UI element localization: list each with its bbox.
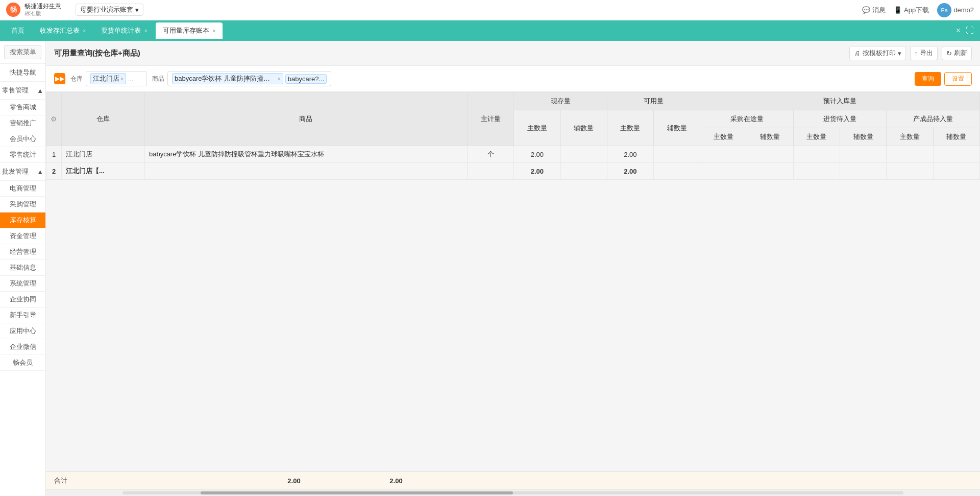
close-tab-order[interactable]: × (144, 28, 147, 34)
remove-warehouse-tag-btn[interactable]: × (120, 76, 124, 82)
query-btn[interactable]: 查询 (915, 72, 941, 86)
planned-inbound-col-header: 预计入库量 (700, 92, 980, 110)
table-settings-icon[interactable]: ⚙ (51, 115, 57, 123)
row-current-main-2: 2.00 (514, 163, 560, 180)
refresh-icon: ↻ (946, 50, 952, 57)
main-layout: 搜索菜单 快捷导航 零售管理 ▲ 零售商城 营销推广 会员中心 零售统计 批发管… (0, 41, 980, 496)
inbound-main-col: 主数量 (793, 128, 840, 146)
settings-btn[interactable]: 设置 (944, 72, 972, 86)
settings-col-header[interactable]: ⚙ (46, 92, 62, 146)
print-template-btn[interactable]: 🖨 按模板打印 ▾ (849, 46, 906, 60)
arrow-icon-2: ▲ (37, 168, 43, 176)
mobile-icon: 📱 (894, 6, 902, 14)
export-btn[interactable]: ↑ 导出 (910, 46, 938, 60)
page-title: 可用量查询(按仓库+商品) (54, 49, 140, 58)
sidebar: 搜索菜单 快捷导航 零售管理 ▲ 零售商城 营销推广 会员中心 零售统计 批发管… (0, 41, 46, 496)
sidebar-item-quick-nav[interactable]: 快捷导航 (0, 64, 45, 82)
sidebar-item-zero-retail[interactable]: 零售管理 ▲ (0, 82, 45, 100)
filter-expand-btn[interactable]: ▶▶ (54, 73, 65, 84)
product-input[interactable]: babycare学饮杯 儿童防摔防撞吸管杯重力球吸嘴杯宝宝水杯 × babyca… (167, 71, 331, 86)
search-menu-btn[interactable]: 搜索菜单 (4, 45, 41, 59)
current-stock-col-header: 现存量 (514, 92, 607, 110)
message-btn[interactable]: 💬 消息 (862, 6, 886, 15)
row-current-aux-2 (560, 163, 607, 180)
close-tab-inventory[interactable]: × (212, 28, 215, 34)
sidebar-item-member[interactable]: 会员中心 (0, 131, 45, 147)
row-production-aux (933, 146, 979, 163)
row-inbound-main (793, 146, 840, 163)
sidebar-item-vip[interactable]: 畅会员 (0, 355, 45, 371)
sidebar-item-purchase[interactable]: 采购管理 (0, 197, 45, 212)
warehouse-col-header: 仓库 (62, 92, 145, 146)
print-icon: 🖨 (854, 50, 861, 57)
sidebar-item-app-center[interactable]: 应用中心 (0, 323, 45, 339)
scroll-thumb[interactable] (201, 491, 513, 494)
row-inbound-aux-2 (840, 163, 887, 180)
sidebar-item-retail-mall[interactable]: 零售商城 (0, 100, 45, 115)
tab-order-stats[interactable]: 要货单统计表 × (94, 22, 154, 39)
warehouse-dots[interactable]: ... (128, 75, 134, 83)
product-col-header: 商品 (144, 92, 467, 146)
sidebar-item-enterprise-wechat[interactable]: 企业微信 (0, 339, 45, 355)
production-main-col: 主数量 (887, 128, 933, 146)
row-inbound-main-2 (793, 163, 840, 180)
warehouse-filter: 仓库 江北门店 × ... (70, 71, 147, 86)
tab-available-inventory[interactable]: 可用量库存账本 × (156, 22, 223, 39)
row-num: 1 (46, 146, 62, 163)
horizontal-scrollbar[interactable] (46, 490, 980, 496)
content-area: 可用量查询(按仓库+商品) 🖨 按模板打印 ▾ ↑ 导出 ↻ 刷新 ▶▶ (46, 41, 980, 496)
sidebar-item-enterprise[interactable]: 企业协同 (0, 292, 45, 308)
close-tab-receive[interactable]: × (83, 28, 86, 34)
sidebar-item-operations[interactable]: 经营管理 (0, 244, 45, 260)
warehouse-input[interactable]: 江北门店 × ... (86, 71, 147, 86)
purchase-transit-col-header: 采购在途量 (700, 110, 794, 128)
user-menu[interactable]: Ea demo2 (937, 3, 974, 17)
top-bar: 畅 畅捷通好生意 标准版 母婴行业演示账套 ▾ 💬 消息 📱 App下载 Ea … (0, 0, 980, 20)
chevron-down-icon: ▾ (135, 6, 139, 14)
row-product-2 (144, 163, 467, 180)
sidebar-item-marketing[interactable]: 营销推广 (0, 115, 45, 131)
row-current-aux (560, 146, 607, 163)
row-production-main (887, 146, 933, 163)
brand-sub: 标准版 (24, 10, 61, 17)
total-label: 合计 (54, 476, 85, 485)
sidebar-item-finance[interactable]: 资金管理 (0, 228, 45, 244)
top-bar-right: 💬 消息 📱 App下载 Ea demo2 (862, 3, 974, 17)
row-current-main: 2.00 (514, 146, 560, 163)
top-bar-left: 畅 畅捷通好生意 标准版 母婴行业演示账套 ▾ (6, 3, 143, 17)
sidebar-item-ecommerce[interactable]: 电商管理 (0, 181, 45, 197)
close-all-tabs-btn[interactable]: × (954, 24, 963, 37)
row-avail-main: 2.00 (607, 146, 653, 163)
row-avail-main-2: 2.00 (607, 163, 653, 180)
brand-name: 畅捷通好生意 (24, 3, 61, 10)
app-download-btn[interactable]: 📱 App下载 (894, 6, 929, 15)
sidebar-search-section: 搜索菜单 (0, 41, 45, 64)
sidebar-item-wholesale[interactable]: 批发管理 ▲ (0, 163, 45, 181)
remove-product-tag-1-btn[interactable]: × (278, 76, 281, 82)
warehouse-label: 仓库 (70, 75, 83, 83)
tab-home[interactable]: 首页 (4, 22, 32, 39)
store-selector[interactable]: 母婴行业演示账套 ▾ (76, 4, 143, 16)
row-unit: 个 (468, 146, 514, 163)
refresh-btn[interactable]: ↻ 刷新 (942, 46, 972, 60)
production-aux-col: 辅数量 (933, 128, 979, 146)
inbound-pending-col-header: 进货待入量 (793, 110, 887, 128)
avatar: Ea (937, 3, 951, 17)
product-label: 商品 (152, 75, 164, 83)
avail-aux-col: 辅数量 (654, 110, 700, 146)
sidebar-item-inventory[interactable]: 库存核算 (0, 212, 45, 228)
row-p-transit-aux (747, 146, 793, 163)
row-production-aux-2 (933, 163, 979, 180)
expand-tabs-btn[interactable]: ⛶ (964, 24, 976, 37)
row-warehouse-2: 江北门店【... (62, 163, 145, 180)
unit-col-header: 主计量 (468, 92, 514, 146)
sidebar-item-retail-stats[interactable]: 零售统计 (0, 147, 45, 163)
sidebar-item-basic-info[interactable]: 基础信息 (0, 260, 45, 276)
tab-receive-summary[interactable]: 收发存汇总表 × (33, 22, 93, 39)
sidebar-item-newbie[interactable]: 新手引导 (0, 308, 45, 323)
nav-tabs: 首页 收发存汇总表 × 要货单统计表 × 可用量库存账本 × × ⛶ (0, 20, 980, 41)
row-production-main-2 (887, 163, 933, 180)
sidebar-item-system[interactable]: 系统管理 (0, 276, 45, 292)
row-p-transit-main (700, 146, 747, 163)
p-transit-main-col: 主数量 (700, 128, 747, 146)
